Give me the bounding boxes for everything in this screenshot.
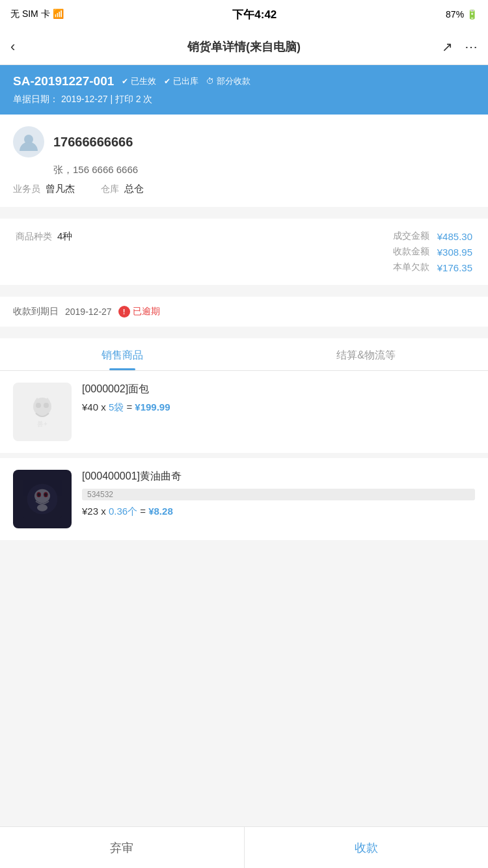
svg-point-12 xyxy=(37,504,47,511)
share-icon[interactable]: ↗︎ xyxy=(442,39,453,55)
product-price-1: ¥40 xyxy=(82,401,98,413)
collect-payment-button[interactable]: 收款 xyxy=(245,827,489,868)
svg-point-7 xyxy=(34,489,50,503)
order-id: SA-20191227-001 xyxy=(13,74,114,88)
svg-text:兽+: 兽+ xyxy=(37,420,47,427)
bottom-bar: 弃审 收款 xyxy=(0,826,488,868)
tabs-section: 销售商品 结算&物流等 xyxy=(0,338,488,371)
product-qty-2: 0.36个 xyxy=(109,506,137,517)
divider-2 xyxy=(0,292,488,297)
product-types-label: 商品种类 xyxy=(16,231,52,243)
product-price-row-1: ¥40 x 5袋 = ¥199.99 xyxy=(82,401,475,414)
date-label: 单据日期： xyxy=(13,94,59,104)
more-icon[interactable]: ⋯ xyxy=(465,39,478,55)
print-info: | 打印 2 次 xyxy=(110,94,152,104)
salesperson-value: 曾凡杰 xyxy=(46,183,75,195)
customer-name: 张，156 6666 6666 xyxy=(53,164,475,176)
overdue-label: 已逾期 xyxy=(133,306,160,318)
product-image-2 xyxy=(13,470,72,528)
collected-amount-label: 收款金额 xyxy=(390,246,429,258)
salesperson-label: 业务员 xyxy=(13,183,40,195)
svg-point-2 xyxy=(36,403,41,408)
product-qty-1: 5袋 xyxy=(109,401,124,413)
due-date-section: 收款到期日 2019-12-27 ! 已逾期 xyxy=(0,297,488,327)
badge-partial-payment: 部分收款 xyxy=(206,75,251,87)
tab-settlement[interactable]: 结算&物流等 xyxy=(244,338,488,370)
bottom-spacer xyxy=(0,545,488,587)
badge-shipped: 已出库 xyxy=(164,75,198,87)
customer-avatar xyxy=(13,126,44,157)
product-info-2: [000400001]黄油曲奇 534532 ¥23 x 0.36个 = ¥8.… xyxy=(82,470,475,518)
overdue-icon: ! xyxy=(118,306,130,318)
status-bar-time: 下午4:42 xyxy=(232,7,277,22)
product-info-1: [0000002]面包 ¥40 x 5袋 = ¥199.99 xyxy=(82,383,475,414)
cancel-review-button[interactable]: 弃审 xyxy=(0,827,245,868)
product-total-2: ¥8.28 xyxy=(148,506,173,517)
product-name-2: [000400001]黄油曲奇 xyxy=(82,470,475,483)
badge-effective: 已生效 xyxy=(122,75,156,87)
debt-amount-label: 本单欠款 xyxy=(390,262,429,273)
tab-products[interactable]: 销售商品 xyxy=(0,338,244,370)
product-types-value: 4种 xyxy=(57,230,72,243)
nav-actions: ↗︎ ⋯ xyxy=(442,39,478,55)
due-date-value: 2019-12-27 xyxy=(65,306,112,317)
status-bar-left: 无 SIM 卡 📶 xyxy=(10,8,64,20)
deal-amount-label: 成交金额 xyxy=(390,230,429,242)
product-tag-2: 534532 xyxy=(82,489,475,500)
overdue-badge: ! 已逾期 xyxy=(118,306,160,318)
svg-point-11 xyxy=(44,493,47,496)
customer-section: 17666666666 张，156 6666 6666 业务员 曾凡杰 仓库 总… xyxy=(0,115,488,207)
battery-icon: 87% 🔋 xyxy=(446,9,478,20)
customer-id: 17666666666 xyxy=(53,135,133,150)
product-total-1: ¥199.99 xyxy=(135,401,170,413)
nav-title: 销货单详情(来自电脑) xyxy=(187,39,301,55)
product-name-1: [0000002]面包 xyxy=(82,383,475,396)
divider-1 xyxy=(0,213,488,219)
collected-amount-value: ¥308.95 xyxy=(437,247,472,258)
product-item-2: [000400001]黄油曲奇 534532 ¥23 x 0.36个 = ¥8.… xyxy=(0,458,488,540)
status-bar-right: 87% 🔋 xyxy=(446,9,478,20)
product-list: 兽+ [0000002]面包 ¥40 x 5袋 = ¥199.99 xyxy=(0,371,488,540)
back-button[interactable]: ‹ xyxy=(5,33,20,61)
svg-point-3 xyxy=(44,403,49,408)
product-item: 兽+ [0000002]面包 ¥40 x 5袋 = ¥199.99 xyxy=(0,371,488,453)
customer-info-row: 业务员 曾凡杰 仓库 总仓 xyxy=(13,183,475,195)
product-image-1: 兽+ xyxy=(13,383,72,441)
date-value: 2019-12-27 xyxy=(61,94,108,104)
deal-amount-value: ¥485.30 xyxy=(437,231,472,242)
header-banner: SA-20191227-001 已生效 已出库 部分收款 单据日期： 2019-… xyxy=(0,65,488,115)
warehouse-label: 仓库 xyxy=(101,183,119,195)
due-date-label: 收款到期日 xyxy=(13,306,59,318)
status-bar: 无 SIM 卡 📶 下午4:42 87% 🔋 xyxy=(0,0,488,29)
product-price-row-2: ¥23 x 0.36个 = ¥8.28 xyxy=(82,506,475,518)
product-price-2: ¥23 xyxy=(82,506,98,517)
divider-3 xyxy=(0,333,488,338)
header-date-info: 单据日期： 2019-12-27 | 打印 2 次 xyxy=(13,94,475,105)
summary-section: 商品种类 4种 成交金额 ¥485.30 收款金额 ¥308.95 本单欠款 ¥… xyxy=(0,219,488,285)
debt-amount-value: ¥176.35 xyxy=(437,262,472,273)
svg-point-10 xyxy=(38,493,40,496)
warehouse-value: 总仓 xyxy=(124,183,144,195)
nav-bar: ‹ 销货单详情(来自电脑) ↗︎ ⋯ xyxy=(0,29,488,65)
